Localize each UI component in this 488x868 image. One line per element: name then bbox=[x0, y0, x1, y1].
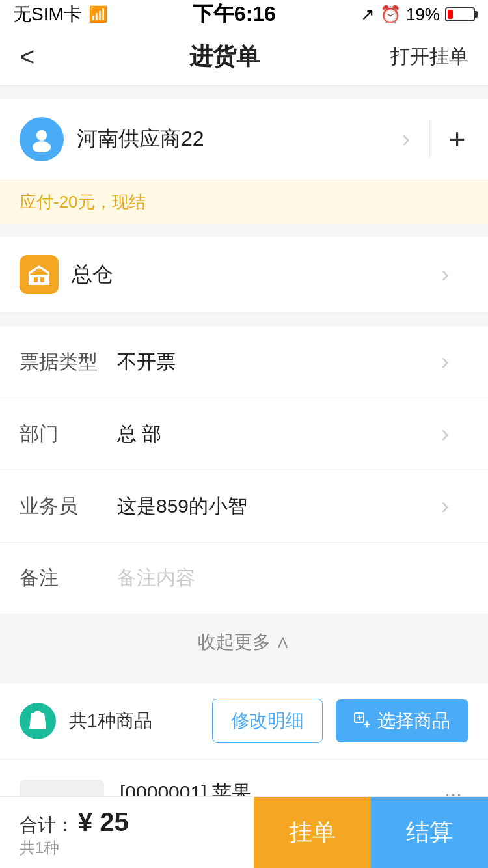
svg-point-1 bbox=[33, 141, 51, 152]
total-row: 合计： ¥ 25 bbox=[20, 807, 234, 837]
total-area: 合计： ¥ 25 共1种 bbox=[0, 797, 254, 868]
person-icon bbox=[29, 126, 55, 152]
back-button[interactable]: < bbox=[20, 42, 59, 72]
battery-percent: 19% bbox=[406, 5, 440, 25]
checkout-button[interactable]: 结算 bbox=[371, 797, 488, 868]
department-chevron-icon: › bbox=[441, 420, 449, 448]
select-product-button[interactable]: 选择商品 bbox=[336, 699, 468, 742]
shopping-bag-icon bbox=[27, 711, 48, 731]
warehouse-chevron-icon: › bbox=[441, 261, 449, 288]
invoice-type-value: 不开票 bbox=[104, 349, 441, 375]
invoice-type-chevron-icon: › bbox=[441, 348, 449, 375]
product-header: 共1种商品 修改明细 选择商品 bbox=[0, 683, 488, 759]
carrier-label: 无SIM卡 bbox=[13, 2, 82, 27]
remark-row[interactable]: 备注 备注内容 bbox=[0, 543, 488, 614]
department-value: 总 部 bbox=[104, 421, 441, 448]
total-sub-label: 共1种 bbox=[20, 837, 234, 858]
remark-label: 备注 bbox=[20, 565, 104, 591]
section-gap-1 bbox=[0, 86, 488, 99]
bottom-bar: 合计： ¥ 25 共1种 挂单 结算 bbox=[0, 796, 488, 868]
section-gap-3 bbox=[0, 313, 488, 326]
supplier-row[interactable]: 河南供应商22 › + bbox=[0, 99, 488, 180]
supplier-name: 河南供应商22 bbox=[77, 125, 402, 154]
chevron-right-icon: › bbox=[402, 126, 410, 153]
supplier-section: 河南供应商22 › + 应付-20元，现结 bbox=[0, 99, 488, 224]
status-right: ↗ ⏰ 19% bbox=[360, 5, 475, 25]
collapse-bar[interactable]: 收起更多 ∧ bbox=[0, 614, 488, 670]
department-label: 部门 bbox=[20, 421, 104, 448]
nav-bar: < 进货单 打开挂单 bbox=[0, 29, 488, 86]
page-title: 进货单 bbox=[189, 41, 260, 73]
remark-input[interactable]: 备注内容 bbox=[104, 565, 468, 591]
location-icon: ↗ bbox=[360, 5, 375, 25]
product-count-icon-bg bbox=[20, 703, 56, 739]
battery-icon bbox=[445, 7, 475, 21]
warehouse-row[interactable]: 总仓 › bbox=[0, 237, 488, 313]
warehouse-icon bbox=[27, 263, 51, 286]
salesperson-row[interactable]: 业务员 这是859的小智 › bbox=[0, 470, 488, 543]
edit-details-button[interactable]: 修改明细 bbox=[212, 699, 323, 743]
warehouse-icon-bg bbox=[20, 255, 59, 294]
battery-fill bbox=[448, 10, 453, 19]
open-pending-button[interactable]: 打开挂单 bbox=[390, 44, 468, 70]
wifi-icon: 📶 bbox=[88, 5, 108, 23]
select-product-label: 选择商品 bbox=[377, 709, 450, 733]
add-supplier-button[interactable]: + bbox=[429, 120, 468, 159]
cart-plus-icon bbox=[354, 712, 371, 729]
salesperson-label: 业务员 bbox=[20, 493, 104, 520]
warehouse-label: 总仓 bbox=[72, 260, 441, 289]
form-section: 票据类型 不开票 › 部门 总 部 › 业务员 这是859的小智 › 备注 备注… bbox=[0, 326, 488, 614]
svg-point-0 bbox=[36, 130, 47, 141]
status-left: 无SIM卡 📶 bbox=[13, 2, 108, 27]
department-row[interactable]: 部门 总 部 › bbox=[0, 398, 488, 470]
supplier-notice: 应付-20元，现结 bbox=[0, 180, 488, 224]
salesperson-value: 这是859的小智 bbox=[104, 493, 441, 520]
total-label: 合计： bbox=[20, 813, 74, 837]
total-amount: ¥ 25 bbox=[78, 807, 129, 837]
section-gap-2 bbox=[0, 224, 488, 237]
status-time: 下午6:16 bbox=[193, 0, 276, 29]
product-count-text: 共1种商品 bbox=[69, 709, 199, 733]
hang-button[interactable]: 挂单 bbox=[254, 797, 371, 868]
invoice-type-row[interactable]: 票据类型 不开票 › bbox=[0, 326, 488, 398]
supplier-avatar bbox=[20, 117, 64, 161]
invoice-type-label: 票据类型 bbox=[20, 349, 104, 375]
warehouse-section: 总仓 › bbox=[0, 237, 488, 313]
status-bar: 无SIM卡 📶 下午6:16 ↗ ⏰ 19% bbox=[0, 0, 488, 29]
salesperson-chevron-icon: › bbox=[441, 493, 449, 520]
alarm-icon: ⏰ bbox=[380, 5, 401, 25]
